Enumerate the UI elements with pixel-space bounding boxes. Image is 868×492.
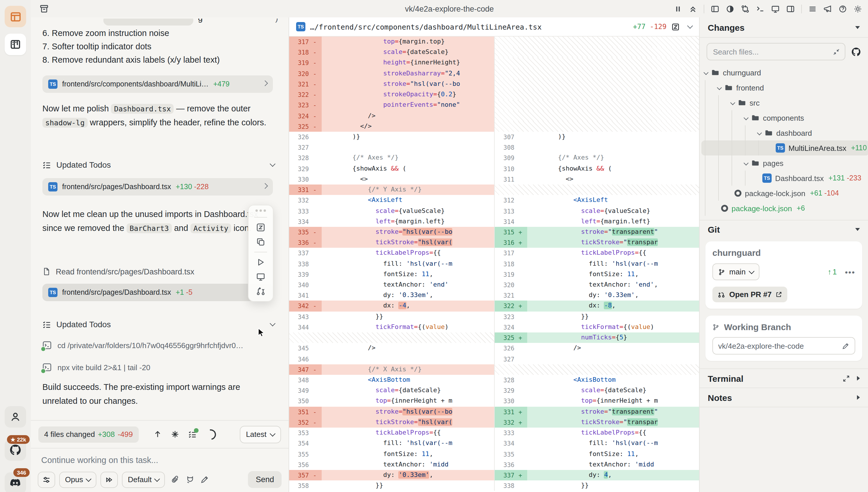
tree-item-multilinearea-tsx[interactable]: TSMultiLineArea.tsx+110 -162 bbox=[700, 141, 868, 155]
tree-item-package-lock-json[interactable]: package-lock.json+6 bbox=[700, 201, 868, 216]
attach-icon[interactable] bbox=[171, 475, 180, 484]
terminal-section-header[interactable]: Terminal bbox=[700, 369, 868, 388]
burst-icon[interactable] bbox=[171, 430, 180, 439]
diff-row: 319- height={innerHeight} bbox=[289, 58, 699, 68]
diff-edit-icon[interactable] bbox=[256, 223, 265, 232]
search-input[interactable] bbox=[712, 47, 832, 56]
collapse-tree-icon[interactable] bbox=[832, 48, 840, 55]
notes-section-header[interactable]: Notes bbox=[700, 388, 868, 407]
branch-icon bbox=[712, 323, 719, 330]
message-input[interactable] bbox=[40, 455, 279, 465]
inline-diff-toggle-icon[interactable] bbox=[671, 22, 680, 31]
contrast-icon[interactable] bbox=[726, 4, 734, 13]
sliders-icon bbox=[42, 475, 50, 484]
todos-status-icon[interactable] bbox=[188, 430, 197, 439]
chevron-down-icon[interactable] bbox=[687, 23, 693, 29]
octocat-icon[interactable] bbox=[851, 47, 861, 56]
kanban-icon bbox=[10, 39, 21, 50]
terminal-icon[interactable] bbox=[756, 4, 765, 13]
tree-item-churnguard[interactable]: churnguard bbox=[700, 65, 868, 80]
pen-icon[interactable] bbox=[201, 475, 209, 484]
tree-item-frontend[interactable]: frontend bbox=[700, 80, 868, 95]
tree-item-pages[interactable]: pages bbox=[700, 155, 868, 171]
file-change-chip[interactable]: TS frontend/src/components/dashboard/Mul… bbox=[42, 75, 273, 93]
diff-code-cell: 354 fill: 'hsl(var(--m bbox=[289, 438, 494, 449]
working-spinner-icon bbox=[203, 427, 218, 442]
file-search-box[interactable] bbox=[707, 43, 845, 60]
diff-row: 323- pointerEvents="none" bbox=[289, 100, 699, 110]
fast-forward-button[interactable] bbox=[100, 471, 118, 488]
git-section-header[interactable]: Git bbox=[700, 220, 868, 238]
green-dot bbox=[194, 428, 198, 433]
file-change-chip[interactable]: TS frontend/src/pages/Dashboard.tsx +1 -… bbox=[42, 284, 273, 301]
open-pr-button[interactable]: Open PR #7 bbox=[712, 287, 787, 302]
diff-rows[interactable]: 317- top={margin.top}318- scale={dateSca… bbox=[289, 36, 699, 492]
chevron-right-icon bbox=[262, 183, 268, 189]
diff-row: 358 }}338 }} bbox=[289, 481, 699, 491]
changes-section-header[interactable]: Changes bbox=[700, 18, 868, 37]
layout-view-button[interactable] bbox=[5, 6, 26, 27]
menu-icon[interactable] bbox=[808, 4, 817, 13]
mode-dropdown[interactable]: Default bbox=[122, 471, 165, 488]
account-button[interactable] bbox=[5, 406, 26, 427]
collapse-all-icon[interactable] bbox=[688, 4, 697, 13]
chevron-down-icon bbox=[757, 130, 762, 136]
settings-gear-icon[interactable] bbox=[853, 4, 862, 13]
files-changed-chip[interactable]: 4 files changed +308 -499 bbox=[38, 426, 139, 442]
send-button[interactable]: Send bbox=[248, 471, 282, 488]
cat-icon[interactable] bbox=[186, 475, 195, 484]
run-icon[interactable] bbox=[256, 257, 265, 267]
git-compare-icon[interactable] bbox=[256, 287, 265, 296]
edit-pencil-icon[interactable] bbox=[842, 342, 849, 349]
scroll-up-icon[interactable] bbox=[153, 430, 162, 439]
panel-left-icon[interactable] bbox=[711, 4, 719, 13]
latest-dropdown[interactable]: Latest bbox=[239, 425, 281, 443]
file-change-chip[interactable]: TS frontend/src/pages/Dashboard.tsx +130… bbox=[42, 178, 273, 196]
read-file-row[interactable]: Read frontend/src/pages/Dashboard.tsx bbox=[42, 265, 194, 278]
panel-right-icon[interactable] bbox=[786, 4, 795, 13]
kanban-view-button[interactable] bbox=[5, 34, 26, 55]
updated-todos-row[interactable]: Updated Todos bbox=[42, 318, 275, 331]
folder-icon bbox=[751, 159, 759, 167]
terminal-command-row[interactable]: npx vite build 2>&1 | tail -20 bbox=[42, 360, 150, 374]
working-branch-field[interactable]: vk/4e2a-explore-the-code bbox=[712, 337, 855, 354]
diff-code-cell: 337 tickLabelProps={{ bbox=[289, 248, 494, 259]
copy-icon[interactable] bbox=[256, 237, 265, 247]
folder-icon bbox=[751, 114, 759, 122]
tree-item-dashboard-tsx[interactable]: TSDashboard.tsx+131 -233 bbox=[700, 171, 868, 186]
megaphone-icon[interactable] bbox=[823, 4, 832, 13]
git-compare-icon[interactable] bbox=[741, 4, 750, 13]
discord-button[interactable]: 346 bbox=[5, 472, 26, 492]
diff-code-cell: 333 tickLabelProps={{ bbox=[494, 427, 699, 438]
commits-ahead[interactable]: ↑1 bbox=[828, 268, 837, 276]
checklist-icon bbox=[42, 320, 51, 329]
diff-row: 346327 bbox=[289, 353, 699, 364]
diff-header[interactable]: TS …/frontend/src/components/dashboard/M… bbox=[289, 18, 699, 36]
tree-item-components[interactable]: components bbox=[700, 110, 868, 125]
expand-icon[interactable] bbox=[842, 374, 850, 382]
terminal-command-row[interactable]: cd /private/var/folders/10/h7w0q46556ggr… bbox=[42, 338, 243, 352]
base-branch-dropdown[interactable]: main bbox=[712, 264, 759, 280]
drag-handle-icon[interactable] bbox=[256, 210, 266, 212]
diff-gap-cell bbox=[494, 79, 699, 89]
tree-item-package-lock-json[interactable]: package-lock.json+61 -104 bbox=[700, 186, 868, 201]
diff-row: 338 fill: 'hsl(var(--m318 fill: 'hsl(var… bbox=[289, 259, 699, 269]
github-button[interactable]: ★ 22k bbox=[5, 439, 26, 461]
preview-monitor-icon[interactable] bbox=[256, 272, 265, 281]
tree-item-dashboard[interactable]: dashboard bbox=[700, 125, 868, 141]
file-tree[interactable]: churnguardfrontendsrccomponentsdashboard… bbox=[700, 64, 868, 216]
left-rail: ★ 22k 346 bbox=[0, 0, 31, 492]
help-icon[interactable] bbox=[838, 4, 847, 13]
chevron-down-icon bbox=[270, 430, 276, 436]
updated-todos-row[interactable]: Updated Todos bbox=[42, 158, 275, 171]
diff-row: 350 top={innerHeight + m330 top={innerHe… bbox=[289, 396, 699, 407]
pause-icon[interactable] bbox=[674, 4, 682, 13]
tree-item-src[interactable]: src bbox=[700, 95, 868, 110]
model-dropdown[interactable]: Opus bbox=[59, 471, 96, 488]
monitor-icon[interactable] bbox=[771, 4, 780, 13]
diff-code-cell: 330 <> bbox=[289, 174, 494, 184]
composer-settings-button[interactable] bbox=[38, 471, 55, 488]
discord-icon bbox=[9, 477, 22, 489]
more-options-icon[interactable]: ••• bbox=[845, 267, 855, 276]
archive-icon[interactable] bbox=[40, 4, 49, 13]
